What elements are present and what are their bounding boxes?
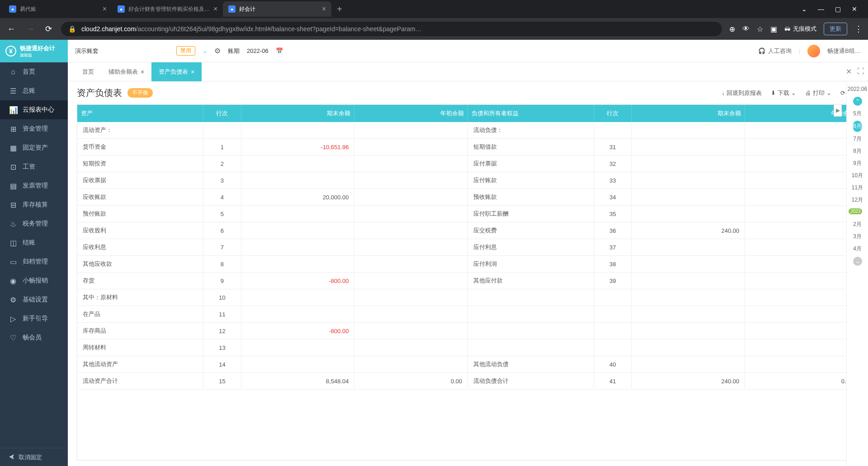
- cell-liab-end[interactable]: 240.00: [632, 222, 745, 239]
- cell-asset-name[interactable]: 流动资产：: [77, 122, 203, 139]
- cell-asset-end[interactable]: [241, 172, 354, 189]
- cell-asset-begin[interactable]: [354, 222, 468, 239]
- cell-liab-end[interactable]: [632, 172, 745, 189]
- page-tab[interactable]: 资产负债表×: [151, 62, 202, 81]
- search-icon[interactable]: ⊕: [729, 25, 735, 33]
- cell-asset-name[interactable]: 其他流动资产: [77, 356, 203, 373]
- user-name[interactable]: 畅捷通B组…: [827, 47, 861, 55]
- browser-tab[interactable]: ●好会计×: [223, 1, 331, 17]
- page-tab[interactable]: 辅助余额表×: [101, 62, 151, 81]
- cell-liab-name[interactable]: 短期借款: [468, 139, 594, 155]
- cell-asset-name[interactable]: 短期投资: [77, 155, 203, 172]
- period-value[interactable]: 2022-06: [247, 47, 269, 54]
- month-item[interactable]: 4月: [850, 243, 864, 255]
- cell-liab-end[interactable]: [632, 155, 745, 172]
- cell-asset-name[interactable]: 其中：原材料: [77, 289, 203, 306]
- cell-liab-end[interactable]: [632, 206, 745, 222]
- new-tab-button[interactable]: +: [331, 4, 348, 14]
- sidebar-item[interactable]: ◉小畅报销: [0, 271, 68, 290]
- cell-liab-name[interactable]: 应付职工薪酬: [468, 206, 594, 222]
- cell-asset-end[interactable]: [241, 239, 354, 256]
- cell-asset-name[interactable]: 其他应收款: [77, 256, 203, 273]
- cell-asset-name[interactable]: 货币资金: [77, 139, 203, 155]
- cell-liab-begin[interactable]: [745, 122, 859, 139]
- sidebar-item[interactable]: ♡畅会员: [0, 328, 68, 347]
- cell-asset-name[interactable]: 流动资产合计: [77, 373, 203, 390]
- minimize-button[interactable]: —: [818, 5, 824, 13]
- cell-liab-begin[interactable]: [745, 339, 859, 356]
- cell-liab-name[interactable]: 流动负债合计: [468, 373, 594, 390]
- star-icon[interactable]: ☆: [757, 25, 763, 33]
- sidebar-item[interactable]: ▭归档管理: [0, 252, 68, 271]
- sidebar-item[interactable]: ◫结账: [0, 233, 68, 252]
- month-item[interactable]: 6月: [853, 121, 862, 132]
- browser-tab[interactable]: ●易代账×: [4, 1, 112, 17]
- cell-asset-name[interactable]: 预付账款: [77, 206, 203, 222]
- cell-asset-name[interactable]: 在产品: [77, 306, 203, 323]
- cell-liab-end[interactable]: [632, 139, 745, 155]
- cell-asset-end[interactable]: [241, 122, 354, 139]
- month-item[interactable]: 1月2023: [850, 206, 864, 218]
- month-item[interactable]: 5月: [850, 108, 864, 120]
- sidebar-item[interactable]: ▷新手引导: [0, 309, 68, 328]
- cell-liab-begin[interactable]: [745, 239, 859, 256]
- cell-liab-begin[interactable]: [745, 155, 859, 172]
- cell-liab-end[interactable]: [632, 273, 745, 289]
- cell-asset-end[interactable]: -800.00: [241, 273, 354, 289]
- cell-asset-begin[interactable]: [354, 289, 468, 306]
- tab-close-icon[interactable]: ×: [322, 5, 326, 13]
- avatar[interactable]: [807, 45, 820, 57]
- cell-liab-end[interactable]: [632, 323, 745, 339]
- sidebar-item[interactable]: ☰总账: [0, 81, 68, 100]
- cell-asset-begin[interactable]: [354, 122, 468, 139]
- browser-tab[interactable]: ●好会计财务管理软件购买价格及…×: [112, 1, 223, 17]
- download-button[interactable]: ⬇ 下载 ⌄: [771, 89, 796, 97]
- sidebar-item[interactable]: ⊟库存核算: [0, 195, 68, 214]
- cell-asset-end[interactable]: 20,000.00: [241, 189, 354, 206]
- cell-asset-end[interactable]: [241, 222, 354, 239]
- update-button[interactable]: 更新: [824, 23, 847, 35]
- cell-asset-name[interactable]: 应收账款: [77, 189, 203, 206]
- month-item[interactable]: 12月: [850, 194, 864, 206]
- cell-liab-begin[interactable]: [745, 206, 859, 222]
- cell-asset-begin[interactable]: [354, 356, 468, 373]
- cell-liab-name[interactable]: 流动负债：: [468, 122, 594, 139]
- cell-asset-end[interactable]: -10,651.96: [241, 139, 354, 155]
- sidebar-item[interactable]: ⌂首页: [0, 62, 68, 81]
- kebab-menu-icon[interactable]: ⋮: [854, 24, 863, 34]
- year-label[interactable]: 2022.06: [848, 83, 867, 95]
- cell-asset-end[interactable]: 8,548.04: [241, 373, 354, 390]
- cell-liab-begin[interactable]: [745, 172, 859, 189]
- cell-liab-name[interactable]: 应付账款: [468, 172, 594, 189]
- sidebar-item[interactable]: 📊云报表中心: [0, 100, 68, 119]
- print-button[interactable]: 🖨 打印 ⌄: [805, 89, 831, 97]
- month-item[interactable]: 9月: [850, 157, 864, 169]
- cell-asset-begin[interactable]: [354, 189, 468, 206]
- sidebar-item[interactable]: ⊞资金管理: [0, 119, 68, 138]
- cell-asset-begin[interactable]: [354, 172, 468, 189]
- close-window-button[interactable]: ✕: [852, 5, 857, 13]
- cell-asset-end[interactable]: [241, 339, 354, 356]
- cell-liab-name[interactable]: 应交税费: [468, 222, 594, 239]
- cell-asset-end[interactable]: -800.00: [241, 323, 354, 339]
- gear-icon[interactable]: ⚙: [214, 47, 221, 55]
- cell-liab-begin[interactable]: [745, 289, 859, 306]
- cell-liab-name[interactable]: 应付票据: [468, 155, 594, 172]
- sidebar-item[interactable]: ⊡工资: [0, 157, 68, 176]
- cell-asset-begin[interactable]: [354, 256, 468, 273]
- cell-asset-name[interactable]: 应收票据: [77, 172, 203, 189]
- url-input[interactable]: 🔒 cloud2.chanjet.com/accounting/uh26t264…: [61, 22, 722, 36]
- account-name[interactable]: 演示账套: [75, 47, 99, 55]
- cell-liab-name[interactable]: [468, 323, 594, 339]
- cell-liab-end[interactable]: [632, 239, 745, 256]
- cell-asset-begin[interactable]: [354, 139, 468, 155]
- chevron-down-icon[interactable]: ⌄: [802, 5, 807, 13]
- rollback-button[interactable]: ↓ 回退到原报表: [722, 89, 762, 97]
- scroll-right-button[interactable]: ▶: [834, 104, 842, 117]
- cell-liab-begin[interactable]: [745, 323, 859, 339]
- cell-asset-name[interactable]: 存货: [77, 273, 203, 289]
- cell-asset-name[interactable]: 应收利息: [77, 239, 203, 256]
- month-item[interactable]: 3月: [850, 231, 864, 243]
- cell-asset-begin[interactable]: [354, 206, 468, 222]
- cell-liab-name[interactable]: [468, 339, 594, 356]
